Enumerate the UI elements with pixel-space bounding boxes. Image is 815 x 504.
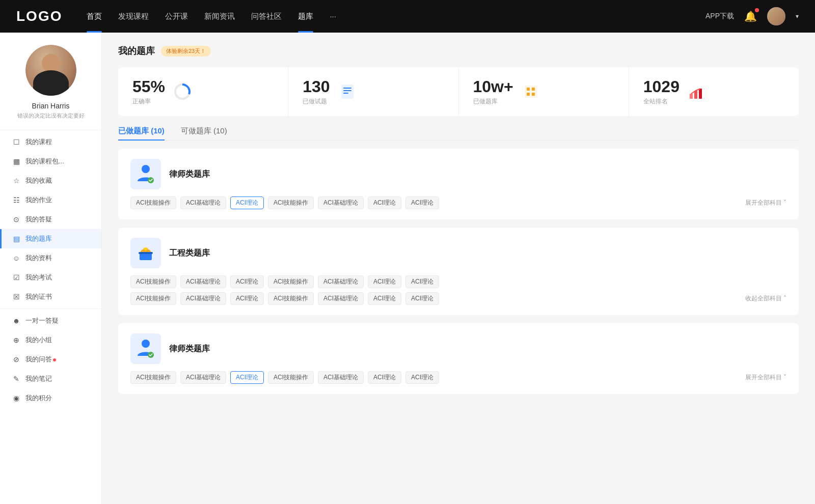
sidebar-item-1on1[interactable]: ☻ 一对一答疑 [0,311,101,330]
tag[interactable]: ACI基础理论 [318,292,364,305]
qbank-card-lawyer-1: 律师类题库 ACI技能操作 ACI基础理论 ACI理论 ACI技能操作 ACI基… [118,149,799,219]
tag[interactable]: ACI理论 [230,292,264,305]
tag[interactable]: ACI基础理论 [180,197,226,209]
course-icon: ☐ [12,138,20,146]
stat-ranking-number: 1029 [643,77,680,96]
sidebar-item-exam[interactable]: ☑ 我的考试 [0,268,101,287]
tag[interactable]: ACI技能操作 [130,292,176,305]
expand-btn-3[interactable]: 展开全部科目 ˅ [745,373,786,382]
sidebar-item-notes[interactable]: ✎ 我的笔记 [0,369,101,388]
sidebar-item-label: 我的答疑 [25,215,52,224]
app-download[interactable]: APP下载 [705,12,734,21]
nav-open-course[interactable]: 公开课 [165,12,188,21]
ranking-icon [688,82,706,101]
sidebar: Brian Harris 错误的决定比没有决定要好 ☐ 我的课程 ▦ 我的课程包… [0,33,102,504]
nav-qbank[interactable]: 题库 [298,12,313,21]
tag[interactable]: ACI理论 [405,275,439,288]
tag[interactable]: ACI技能操作 [268,292,314,305]
nav-news[interactable]: 新闻资讯 [204,12,235,21]
sidebar-item-homework[interactable]: ☷ 我的作业 [0,190,101,210]
nav-home[interactable]: 首页 [87,12,102,21]
navbar-right: APP下载 🔔 ▾ [705,7,799,25]
svg-rect-9 [527,93,530,96]
sidebar-divider-1 [0,130,101,130]
user-dropdown-arrow[interactable]: ▾ [796,13,799,20]
sidebar-item-label: 我的问答 [25,355,56,364]
tab-done[interactable]: 已做题库 (10) [118,126,165,140]
sidebar-item-questions[interactable]: ⊘ 我的问答 [0,350,101,369]
profile-name: Brian Harris [32,102,70,110]
stat-accuracy-number: 55% [132,77,165,96]
svg-rect-7 [527,88,530,91]
svg-rect-2 [341,85,354,99]
qbank-tags-3: ACI技能操作 ACI基础理论 ACI理论 ACI技能操作 ACI基础理论 AC… [130,371,786,384]
red-dot-indicator [53,358,56,361]
sidebar-item-qa[interactable]: ⊙ 我的答疑 [0,210,101,229]
svg-rect-8 [532,88,535,91]
svg-rect-10 [532,93,535,96]
tag[interactable]: ACI技能操作 [268,275,314,288]
sidebar-item-groups[interactable]: ⊕ 我的小组 [0,330,101,350]
sidebar-menu: ☐ 我的课程 ▦ 我的课程包... ☆ 我的收藏 ☷ 我的作业 ⊙ 我的答疑 ▤… [0,132,101,408]
sidebar-item-profile[interactable]: ☺ 我的资料 [0,248,101,268]
sidebar-divider-2 [0,309,101,309]
sidebar-item-label: 我的证书 [25,292,52,301]
points-icon: ◉ [12,394,20,402]
tag[interactable]: ACI基础理论 [180,371,226,384]
nav-qa[interactable]: 问答社区 [251,12,282,21]
tag-active[interactable]: ACI理论 [230,197,264,209]
tag-active[interactable]: ACI理论 [230,371,264,384]
tag[interactable]: ACI理论 [405,371,439,384]
tag[interactable]: ACI理论 [368,371,401,384]
nav-more[interactable]: ··· [330,12,336,21]
stats-row: 55% 正确率 130 已做试题 [118,67,799,116]
qbank-name-1: 律师类题库 [169,169,210,180]
tag[interactable]: ACI基础理论 [180,292,226,305]
exam-icon: ☑ [12,273,20,282]
sidebar-item-label: 我的题库 [25,234,52,243]
nav-discover[interactable]: 发现课程 [118,12,149,21]
sidebar-item-course[interactable]: ☐ 我的课程 [0,132,101,152]
user-avatar[interactable] [767,7,785,25]
tag[interactable]: ACI基础理论 [180,275,226,288]
tag[interactable]: ACI技能操作 [130,371,176,384]
sidebar-item-favorites[interactable]: ☆ 我的收藏 [0,171,101,190]
tag[interactable]: ACI理论 [368,292,401,305]
tag[interactable]: ACI技能操作 [130,197,176,209]
tag[interactable]: ACI基础理论 [318,371,364,384]
tag[interactable]: ACI技能操作 [268,197,314,209]
tag[interactable]: ACI技能操作 [268,371,314,384]
svg-rect-5 [343,93,348,94]
tag[interactable]: ACI技能操作 [130,275,176,288]
tag[interactable]: ACI基础理论 [318,197,364,209]
stat-accuracy: 55% 正确率 [118,67,288,116]
svg-rect-18 [139,252,153,254]
notification-bell[interactable]: 🔔 [744,10,757,22]
lawyer-icon-2 [130,333,161,364]
tag[interactable]: ACI理论 [230,275,264,288]
qbank-tags-1: ACI技能操作 ACI基础理论 ACI理论 ACI技能操作 ACI基础理论 AC… [130,197,786,209]
sidebar-item-course-pkg[interactable]: ▦ 我的课程包... [0,152,101,171]
sidebar-item-label: 我的积分 [25,394,52,403]
questions-icon: ⊘ [12,355,20,363]
collapse-btn-2[interactable]: 收起全部科目 ˄ [745,294,786,303]
sidebar-item-label: 我的小组 [25,335,52,345]
expand-btn-1[interactable]: 展开全部科目 ˅ [745,199,786,207]
qbank-name-3: 律师类题库 [169,344,210,354]
avatar-image [25,45,76,96]
qbank-name-2: 工程类题库 [169,248,210,259]
tag[interactable]: ACI理论 [368,197,401,209]
main-content: 我的题库 体验剩余23天！ 55% 正确率 [102,33,815,504]
tag[interactable]: ACI理论 [368,275,401,288]
qa-icon: ⊙ [12,215,20,223]
tag[interactable]: ACI理论 [405,197,439,209]
sidebar-item-qbank[interactable]: ▤ 我的题库 [0,229,101,248]
tag[interactable]: ACI基础理论 [318,275,364,288]
tab-available[interactable]: 可做题库 (10) [181,126,227,140]
sidebar-item-points[interactable]: ◉ 我的积分 [0,388,101,408]
page-title: 我的题库 [118,45,155,57]
tag[interactable]: ACI理论 [405,292,439,305]
qbank-icon: ▤ [12,235,20,243]
sidebar-item-certificate[interactable]: ☒ 我的证书 [0,287,101,306]
done-questions-icon [338,82,357,101]
